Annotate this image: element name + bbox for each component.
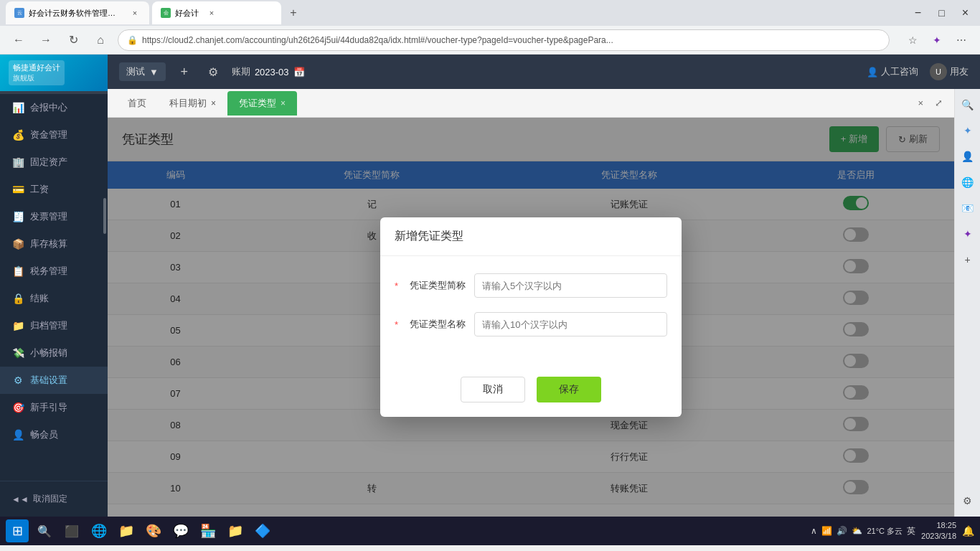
- home-button[interactable]: ⌂: [90, 30, 110, 50]
- sidebar-item-settings[interactable]: ⚙ 基础设置: [0, 367, 108, 394]
- start-icon: ⊞: [12, 523, 23, 539]
- browser-icon: 🌐: [91, 523, 107, 539]
- right-icon-spark[interactable]: ✦: [958, 224, 978, 244]
- tray-volume[interactable]: 🔊: [837, 526, 847, 536]
- logo-subtitle: 旗舰版: [13, 73, 60, 83]
- browser-menu-icon[interactable]: ⋯: [951, 30, 971, 50]
- sidebar-item-label: 发票管理: [30, 210, 67, 223]
- sidebar-item-archive[interactable]: 📁 归档管理: [0, 312, 108, 339]
- tray-network[interactable]: 📶: [821, 526, 832, 536]
- url-bar[interactable]: 🔒 https://cloud2.chanjet.com/accounting/…: [118, 29, 890, 51]
- tray-lang[interactable]: 英: [907, 525, 915, 537]
- minimize-button[interactable]: −: [909, 6, 927, 19]
- window-close-button[interactable]: ×: [956, 6, 974, 19]
- sidebar-item-member[interactable]: 👤 畅会员: [0, 421, 108, 448]
- extensions-icon[interactable]: ✦: [927, 30, 947, 50]
- forward-button[interactable]: →: [36, 30, 56, 50]
- edge-icon: 🔷: [255, 523, 270, 539]
- taskbar-files[interactable]: 📁: [224, 519, 247, 542]
- clock-date: 2023/3/18: [921, 531, 956, 542]
- browser-tab-2[interactable]: 会 好会计 ×: [152, 1, 281, 24]
- right-sidebar: 🔍 ✦ 👤 🌐 📧 ✦ + ⚙: [954, 89, 980, 517]
- right-icon-star[interactable]: ✦: [958, 121, 978, 141]
- cancel-pin-button[interactable]: ◄◄ 取消固定: [0, 487, 108, 511]
- sidebar-item-tax[interactable]: 📋 税务管理: [0, 258, 108, 285]
- right-icon-add[interactable]: +: [958, 250, 978, 270]
- sidebar-item-expense[interactable]: 💸 小畅报销: [0, 339, 108, 367]
- maximize-button[interactable]: □: [933, 6, 950, 19]
- taskbar-wechat[interactable]: 💬: [169, 519, 192, 542]
- right-icon-search[interactable]: 🔍: [958, 95, 978, 115]
- sidebar-item-fixed-assets[interactable]: 🏢 固定资产: [0, 149, 108, 176]
- back-button[interactable]: ←: [9, 30, 29, 50]
- full-name-input[interactable]: [474, 312, 667, 336]
- consult-button[interactable]: 👤 人工咨询: [867, 65, 918, 78]
- taskbar-store[interactable]: 🏪: [197, 519, 220, 542]
- short-name-input[interactable]: [474, 273, 667, 298]
- files-icon: 📁: [227, 523, 243, 539]
- salary-icon: 💳: [11, 183, 24, 196]
- right-icon-user[interactable]: 👤: [958, 146, 978, 166]
- tab-close-1[interactable]: ×: [129, 7, 141, 19]
- invoice-icon: 🧾: [11, 210, 24, 223]
- sidebar-item-guide[interactable]: 🎯 新手引导: [0, 394, 108, 421]
- tab-maximize-icon[interactable]: ⤢: [932, 95, 946, 111]
- taskbar-explorer[interactable]: 📁: [115, 519, 138, 542]
- sidebar-item-label: 资金管理: [30, 128, 67, 141]
- cancel-button[interactable]: 取消: [461, 377, 525, 402]
- sidebar-item-label: 税务管理: [30, 265, 67, 278]
- start-button[interactable]: ⊞: [6, 519, 29, 542]
- tab-close-icon[interactable]: ×: [915, 95, 926, 111]
- address-bar: ← → ↻ ⌂ 🔒 https://cloud2.chanjet.com/acc…: [0, 26, 980, 55]
- sidebar-item-inventory[interactable]: 📦 库存核算: [0, 230, 108, 258]
- user-info[interactable]: U 用友: [930, 63, 969, 80]
- notification-icon[interactable]: 🔔: [962, 525, 974, 537]
- taskbar-edge[interactable]: 🔷: [251, 519, 274, 542]
- header-settings-icon[interactable]: ⚙: [203, 62, 223, 82]
- pin-icon: ◄◄: [11, 494, 29, 504]
- sidebar-item-salary[interactable]: 💳 工资: [0, 176, 108, 203]
- taskbar-right: ∧ 📶 🔊 ⛅ 21°C 多云 英 18:25 2023/3/18 🔔: [811, 520, 974, 542]
- tab-title-2: 好会计: [175, 8, 199, 19]
- right-icon-settings[interactable]: ⚙: [958, 491, 978, 511]
- tab-home[interactable]: 首页: [116, 91, 158, 116]
- wechat-icon: 💬: [173, 523, 189, 539]
- sidebar: 畅捷通好会计 旗舰版 📊 会报中心 💰 资金管理 🏢 固定资产 💳 工资 🧾 发…: [0, 55, 108, 517]
- tab-voucher-type[interactable]: 凭证类型 ×: [227, 91, 297, 116]
- tab-subject[interactable]: 科目期初 ×: [158, 91, 227, 116]
- save-button[interactable]: 保存: [537, 377, 601, 402]
- add-company-button[interactable]: +: [174, 62, 194, 82]
- tax-icon: 📋: [11, 265, 24, 278]
- company-name: 测试: [126, 65, 145, 78]
- sidebar-item-dashboard[interactable]: 📊 会报中心: [0, 94, 108, 121]
- browser-tab-1[interactable]: 云 好会计云财务软件管理系统_会计 ×: [6, 1, 149, 24]
- chrome-icon: 🎨: [146, 523, 161, 539]
- taskbar-task-view[interactable]: ⬛: [60, 519, 83, 542]
- sidebar-item-closing[interactable]: 🔒 结账: [0, 285, 108, 312]
- sidebar-item-invoice[interactable]: 🧾 发票管理: [0, 203, 108, 230]
- right-icon-globe[interactable]: 🌐: [958, 172, 978, 192]
- taskbar-browser[interactable]: 🌐: [88, 519, 110, 542]
- right-icon-mail[interactable]: 📧: [958, 198, 978, 218]
- sidebar-item-label: 归档管理: [30, 319, 67, 332]
- sidebar-scrollbar[interactable]: [103, 198, 106, 234]
- clock[interactable]: 18:25 2023/3/18: [921, 520, 956, 542]
- tray-expand[interactable]: ∧: [811, 526, 817, 536]
- sidebar-item-capital[interactable]: 💰 资金管理: [0, 121, 108, 149]
- content-main: 首页 科目期初 × 凭证类型 × × ⤢: [108, 89, 954, 517]
- new-tab-button[interactable]: +: [284, 4, 303, 22]
- task-view-icon: ⬛: [65, 524, 79, 538]
- member-icon: 👤: [11, 428, 24, 441]
- calendar-icon[interactable]: 📅: [293, 67, 305, 77]
- taskbar-chrome[interactable]: 🎨: [142, 519, 165, 542]
- company-selector[interactable]: 测试 ▼: [119, 62, 166, 81]
- reload-button[interactable]: ↻: [63, 30, 83, 50]
- url-text: https://cloud2.chanjet.com/accounting/uh…: [142, 35, 613, 45]
- tab-subject-close[interactable]: ×: [211, 98, 216, 108]
- right-icon-bottom: ⚙: [958, 491, 978, 511]
- taskbar-search[interactable]: 🔍: [33, 519, 56, 542]
- favorites-icon[interactable]: ☆: [903, 30, 923, 50]
- guide-icon: 🎯: [11, 401, 24, 414]
- tab-voucher-type-close[interactable]: ×: [281, 98, 286, 108]
- tab-close-2[interactable]: ×: [206, 7, 217, 19]
